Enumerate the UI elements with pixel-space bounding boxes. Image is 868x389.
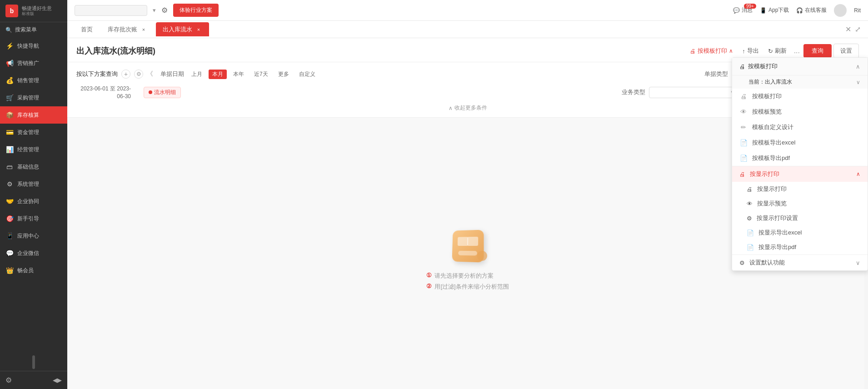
sidebar-item-operations[interactable]: 📊 经营管理: [0, 141, 67, 158]
marketing-icon: 📢: [5, 59, 14, 67]
template-custom-icon: ✏: [739, 124, 748, 131]
date-option-custom[interactable]: 自定义: [295, 70, 319, 79]
dropdown-item-display-settings[interactable]: ⚙ 按显示打印设置: [732, 211, 868, 225]
filter-add-button[interactable]: +: [121, 70, 130, 79]
trial-button[interactable]: 体验行业方案: [173, 4, 219, 17]
sidebar: b 畅捷通好生意 标准版 🔍 搜索菜单 ⚡ 快捷导航 📢 营销推广 💰: [0, 0, 67, 389]
dropdown-item-template-export-excel[interactable]: 📄 按模板导出excel: [732, 135, 868, 150]
refresh-button[interactable]: ↻ 刷新: [764, 45, 790, 57]
top-bar-search-input[interactable]: [75, 5, 147, 16]
close-window-button[interactable]: ✕: [845, 25, 851, 34]
dropdown-item-template-custom[interactable]: ✏ 模板自定义设计: [732, 120, 868, 135]
sidebar-item-purchase[interactable]: 🛒 采购管理: [0, 89, 67, 106]
filter-tag-dot: [149, 90, 152, 94]
display-export-pdf-icon: 📄: [747, 244, 754, 251]
dropdown-item-display-export-pdf[interactable]: 📄 按显示导出pdf: [732, 240, 868, 254]
enterprise-wx-icon: 💬: [5, 249, 14, 257]
sidebar-item-beginner[interactable]: 🎯 新手引导: [0, 210, 67, 227]
template-preview-icon: 👁: [739, 108, 748, 115]
content-area: 出入库流水(流水明细) 🖨 按模板打印 ∧ ↑ 导出 ↻ 刷新: [67, 38, 868, 389]
filter-query-label: 按以下方案查询 + ⚙ 《: [76, 70, 153, 79]
tab-inventory-batch[interactable]: 库存批次账 ×: [101, 22, 154, 36]
sidebar-scrollbar-thumb: [32, 355, 35, 369]
sidebar-item-finance[interactable]: 💳 资金管理: [0, 124, 67, 141]
date-option-7days[interactable]: 近7天: [250, 70, 272, 79]
template-export-pdf-icon: 📄: [739, 155, 748, 162]
sidebar-item-quick-nav[interactable]: ⚡ 快捷导航: [0, 37, 67, 55]
filter-collapse-button[interactable]: 《: [147, 70, 153, 78]
enterprise-co-icon: 🤝: [5, 197, 14, 205]
logo-icon: b: [5, 5, 18, 17]
sidebar-settings-icon[interactable]: ⚙: [5, 376, 12, 384]
sidebar-item-inventory[interactable]: 📦 库存核算: [0, 106, 67, 124]
date-option-year[interactable]: 本年: [229, 70, 248, 79]
search-menu[interactable]: 🔍 搜索菜单: [0, 22, 67, 37]
sidebar-item-enterprise-wx[interactable]: 💬 企业微信: [0, 244, 67, 262]
print-button[interactable]: 🖨 按模板打印 ∧: [686, 45, 737, 57]
sidebar-item-membership[interactable]: 👑 畅会员: [0, 262, 67, 279]
logo-text: 畅捷通好生意 标准版: [22, 5, 52, 17]
top-bar-gear-icon[interactable]: ⚙: [161, 6, 168, 15]
tab-home[interactable]: 首页: [75, 23, 99, 36]
username-label[interactable]: Rit: [854, 7, 861, 14]
export-button[interactable]: ↑ 导出: [738, 45, 763, 57]
display-print-section-icon: 🖨: [739, 171, 745, 178]
print-chevron-up-icon[interactable]: ∧: [729, 48, 733, 54]
online-service-button[interactable]: 🎧 在线客服: [796, 6, 827, 14]
empty-state-illustration: [440, 216, 495, 266]
inventory-icon: 📦: [5, 111, 14, 119]
sidebar-item-enterprise-co[interactable]: 🤝 企业协同: [0, 193, 67, 210]
date-option-current-month[interactable]: 本月: [209, 70, 227, 79]
collapse-icon: ∧: [449, 105, 453, 111]
more-options-button[interactable]: ...: [792, 47, 802, 55]
sidebar-logo: b 畅捷通好生意 标准版: [0, 0, 67, 22]
dropdown-item-display-export-excel[interactable]: 📄 按显示导出excel: [732, 225, 868, 240]
expand-window-button[interactable]: ⤢: [855, 25, 861, 34]
dropdown-header-arrow[interactable]: ∧: [856, 63, 860, 70]
tab-inout-flow-close[interactable]: ×: [195, 26, 202, 33]
date-option-last-month[interactable]: 上月: [188, 70, 206, 79]
query-button[interactable]: 查询: [803, 44, 832, 58]
sidebar-item-sales[interactable]: 💰 销售管理: [0, 72, 67, 89]
current-template-item[interactable]: 当前：出入库流水 ∨: [732, 75, 868, 89]
dropdown-item-template-print[interactable]: 🖨 按模板打印: [732, 89, 868, 104]
top-bar-right: 💬 消息 99+ 📱 App下载 🎧 在线客服 Rit: [733, 4, 861, 17]
dropdown-footer[interactable]: ⚙ 设置默认功能 ∨: [732, 254, 868, 270]
date-option-more[interactable]: 更多: [274, 70, 293, 79]
empty-state-steps: ① 请先选择要分析的方案 ② 用[过滤]条件来缩小分析范围: [426, 272, 509, 291]
main-area: ▾ ⚙ 体验行业方案 💬 消息 99+ 📱 App下载 🎧 在线客服: [67, 0, 868, 389]
sidebar-item-marketing[interactable]: 📢 营销推广: [0, 55, 67, 72]
message-button[interactable]: 💬 消息 99+: [733, 6, 753, 14]
user-avatar[interactable]: [834, 4, 847, 17]
display-export-excel-icon: 📄: [747, 229, 754, 236]
message-icon: 💬: [733, 7, 740, 14]
dropdown-section-arrow[interactable]: ∧: [856, 171, 860, 177]
dropdown-item-template-export-pdf[interactable]: 📄 按模板导出pdf: [732, 150, 868, 166]
step2-num: ②: [426, 283, 432, 289]
dropdown-section-title: 🖨 按显示打印: [739, 170, 779, 178]
sidebar-collapse-icon[interactable]: ◀▶: [53, 377, 62, 384]
display-preview-icon: 👁: [747, 200, 753, 207]
template-print-icon: 🖨: [739, 93, 748, 100]
dropdown-section-header[interactable]: 🖨 按显示打印 ∧: [732, 166, 868, 182]
sidebar-item-app-center[interactable]: 📱 应用中心: [0, 227, 67, 244]
sidebar-bottom: ⚙ ◀▶: [0, 371, 67, 389]
app-center-icon: 📱: [5, 232, 14, 240]
app-download-button[interactable]: 📱 App下载: [760, 6, 789, 14]
sidebar-item-basic[interactable]: 🗃 基础信息: [0, 158, 67, 175]
top-bar-chevron-icon[interactable]: ▾: [153, 7, 156, 14]
filter-settings-button[interactable]: ⚙: [134, 70, 143, 79]
active-filter-tag: 流水明细: [144, 87, 181, 98]
dropdown-item-display-preview[interactable]: 👁 按显示预览: [732, 196, 868, 211]
settings-button[interactable]: 设置: [833, 44, 859, 58]
dropdown-item-template-preview[interactable]: 👁 按模板预览: [732, 104, 868, 120]
dropdown-item-display-print[interactable]: 🖨 按显示打印: [732, 182, 868, 196]
dropdown-menu: 🖨 按模板打印 ∧ 当前：出入库流水 ∨ 🖨 按模板打印: [732, 57, 868, 271]
window-controls: ✕ ⤢: [845, 25, 861, 34]
sidebar-item-system[interactable]: ⚙ 系统管理: [0, 175, 67, 193]
tab-inout-flow[interactable]: 出入库流水 ×: [156, 22, 209, 36]
business-type-select[interactable]: ∨: [649, 87, 740, 98]
tab-inventory-batch-close[interactable]: ×: [140, 26, 147, 33]
page-title: 出入库流水(流水明细): [76, 45, 155, 56]
search-icon: 🔍: [5, 27, 12, 33]
